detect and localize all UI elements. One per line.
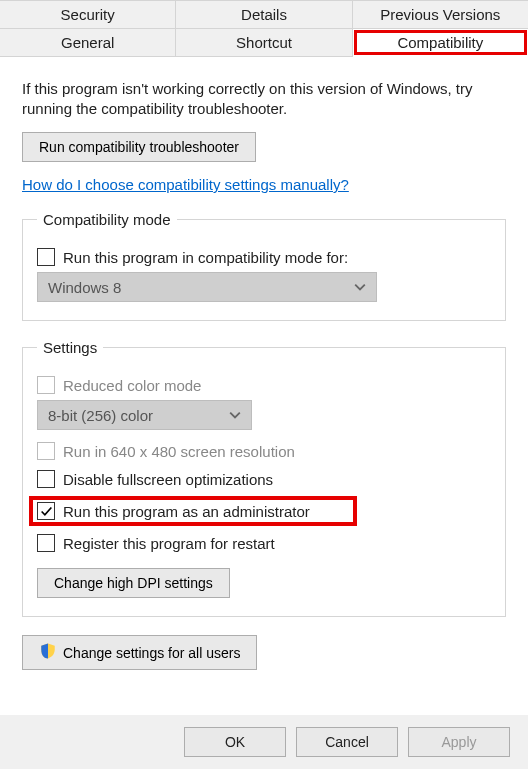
compat-mode-select-value: Windows 8 [48, 279, 121, 296]
change-all-users-button[interactable]: Change settings for all users [22, 635, 257, 670]
change-dpi-button[interactable]: Change high DPI settings [37, 568, 230, 598]
disable-fullscreen-checkbox[interactable] [37, 470, 55, 488]
tab-shortcut[interactable]: Shortcut [176, 29, 352, 56]
help-link[interactable]: How do I choose compatibility settings m… [22, 176, 349, 193]
color-mode-select-value: 8-bit (256) color [48, 407, 153, 424]
disable-fullscreen-label: Disable fullscreen optimizations [63, 471, 273, 488]
run-as-admin-highlight: Run this program as an administrator [29, 496, 357, 526]
settings-group: Settings Reduced color mode 8-bit (256) … [22, 339, 506, 617]
compatibility-mode-group: Compatibility mode Run this program in c… [22, 211, 506, 321]
low-res-label: Run in 640 x 480 screen resolution [63, 443, 295, 460]
tab-row-2: General Shortcut Compatibility [0, 29, 528, 57]
tab-previous-versions[interactable]: Previous Versions [353, 1, 528, 28]
settings-legend: Settings [37, 339, 103, 356]
tab-details[interactable]: Details [176, 1, 352, 28]
compat-mode-checkbox[interactable] [37, 248, 55, 266]
chevron-down-icon [229, 407, 241, 424]
run-troubleshooter-button[interactable]: Run compatibility troubleshooter [22, 132, 256, 162]
register-restart-checkbox[interactable] [37, 534, 55, 552]
low-res-checkbox [37, 442, 55, 460]
color-mode-select: 8-bit (256) color [37, 400, 252, 430]
tab-general[interactable]: General [0, 29, 176, 56]
intro-text: If this program isn't working correctly … [22, 79, 506, 118]
run-as-admin-label: Run this program as an administrator [63, 503, 310, 520]
reduced-color-label: Reduced color mode [63, 377, 201, 394]
chevron-down-icon [354, 279, 366, 296]
change-all-users-label: Change settings for all users [63, 645, 240, 661]
tab-row-1: Security Details Previous Versions [0, 0, 528, 29]
reduced-color-checkbox [37, 376, 55, 394]
run-as-admin-checkbox[interactable] [37, 502, 55, 520]
compatibility-mode-legend: Compatibility mode [37, 211, 177, 228]
compat-mode-label: Run this program in compatibility mode f… [63, 249, 348, 266]
tab-compatibility[interactable]: Compatibility [353, 29, 528, 56]
ok-button[interactable]: OK [184, 727, 286, 757]
register-restart-label: Register this program for restart [63, 535, 275, 552]
apply-button: Apply [408, 727, 510, 757]
tab-container: Security Details Previous Versions Gener… [0, 0, 528, 57]
compat-mode-select[interactable]: Windows 8 [37, 272, 377, 302]
dialog-footer: OK Cancel Apply [0, 715, 528, 769]
shield-icon [39, 642, 57, 663]
cancel-button[interactable]: Cancel [296, 727, 398, 757]
tab-content: If this program isn't working correctly … [0, 57, 528, 682]
tab-security[interactable]: Security [0, 1, 176, 28]
